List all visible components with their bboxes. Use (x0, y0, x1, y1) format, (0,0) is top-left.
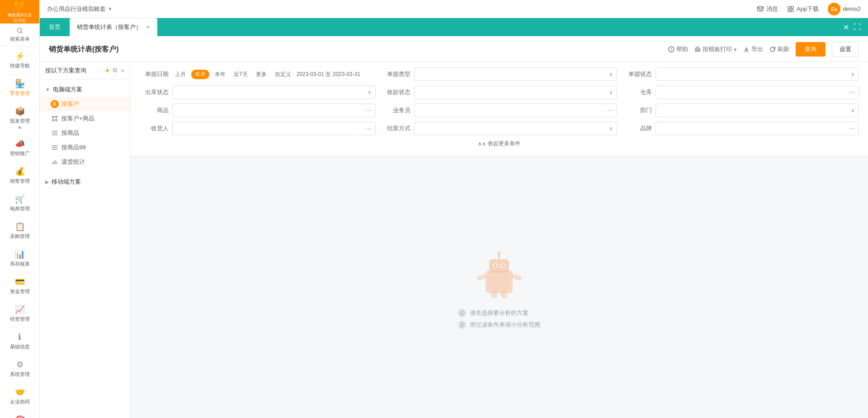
sidebar-item-inventory[interactable]: 📊 库存核算 (0, 245, 39, 272)
svg-rect-26 (488, 273, 510, 291)
sidebar-logo[interactable]: 🧡 畅捷通好生意 标准版 (0, 0, 40, 24)
filter-cell-warehouse: 仓库 ··· (623, 86, 859, 99)
date-tab-7days[interactable]: 近7天 (231, 70, 250, 79)
query-button[interactable]: 查询 (796, 42, 826, 57)
payment-status-chevron: ∨ (609, 89, 613, 95)
date-picker[interactable]: 上月 本月 本年 近7天 更多 自定义 2023-03-01 至 2023-03… (172, 70, 376, 79)
add-scheme-button[interactable]: + (105, 66, 109, 75)
tab-actions: ✕ ⛶ (843, 23, 868, 32)
empty-hint-2: 2 用过滤条件来缩小分析范围 (458, 321, 540, 329)
date-tab-more[interactable]: 更多 (253, 70, 269, 79)
topbar-right: 消息 App下载 Ea demo2 (757, 3, 861, 15)
print-icon (694, 46, 701, 52)
tree-child-by-customer-goods[interactable]: 按客户+商品 (40, 111, 130, 126)
by-goods-99-icon (51, 143, 59, 152)
message-button[interactable]: 消息 (757, 5, 778, 13)
tab-expand-icon[interactable]: ⛶ (854, 23, 861, 31)
svg-rect-2 (758, 7, 763, 11)
user-menu[interactable]: Ea demo2 (828, 3, 861, 15)
sidebar-item-retail[interactable]: 🏪 零售管理 (0, 74, 39, 102)
collapse-label: 收起更多条件 (488, 140, 520, 147)
sidebar-item-ecommerce[interactable]: 🛒 电商管理 (0, 190, 39, 217)
out-status-label: 出库状态 (139, 88, 169, 96)
sidebar-nav: ⚡ 快捷导航 🏪 零售管理 📦 批发管理 ▲ 📣 营销推广 💰 销售管理 🛒 电… (0, 47, 39, 418)
brand-dots: ··· (849, 124, 855, 133)
export-button[interactable]: 导出 (743, 45, 763, 53)
app-download-button[interactable]: App下载 (787, 5, 819, 13)
app-download-label: App下载 (797, 5, 819, 13)
date-tab-last-month[interactable]: 上月 (172, 70, 189, 79)
payment-status-select[interactable]: ∨ (414, 86, 618, 99)
sidebar-item-basic[interactable]: ℹ 基础信息 (0, 328, 39, 355)
sidebar-item-ecommerce-label: 电商管理 (10, 205, 30, 212)
date-tab-this-month[interactable]: 本月 (191, 70, 209, 79)
left-panel-title: 按以下方案查询 (45, 66, 86, 75)
tab-home[interactable]: 首页 (40, 18, 70, 36)
sidebar-item-quick-nav[interactable]: ⚡ 快捷导航 (0, 47, 39, 74)
tree-parent-label-mobile: 移动端方案 (52, 178, 81, 186)
sidebar-item-purchase[interactable]: 📋 采购管理 (0, 217, 39, 245)
sidebar-item-marketing[interactable]: 📣 营销推广 (0, 134, 39, 162)
sidebar-search[interactable]: 搜索菜单 (0, 24, 39, 47)
sidebar-item-system[interactable]: ⚙ 系统管理 (0, 355, 39, 383)
tab-close-all-icon[interactable]: ✕ (843, 23, 849, 32)
tree-child-by-customer[interactable]: 客 按客户 (40, 97, 130, 111)
warehouse-select[interactable]: ··· (656, 86, 859, 99)
sidebar-item-sales[interactable]: 💰 销售管理 (0, 162, 39, 190)
order-status-select[interactable]: ∨ (656, 67, 859, 81)
refresh-icon (769, 46, 776, 52)
collapse-bar[interactable]: ∧∧ 收起更多条件 (139, 137, 859, 150)
svg-rect-22 (53, 161, 54, 164)
tree-child-by-goods-99[interactable]: 按商品99 (40, 140, 130, 155)
svg-rect-17 (52, 134, 57, 135)
recipient-select[interactable]: ··· (172, 122, 376, 135)
tab-sales-stat[interactable]: 销货单统计表（按客户） ✕ (70, 18, 157, 36)
svg-rect-34 (476, 273, 487, 281)
export-icon (743, 46, 750, 52)
sidebar-item-wholesale[interactable]: 📦 批发管理 ▲ (0, 102, 39, 134)
hint-text-1: 请先选择要分析的方案 (470, 309, 528, 317)
content: 销货单统计表(按客户) ? 帮助 按模板打印 ▾ 导出 (40, 36, 868, 418)
svg-rect-19 (52, 147, 57, 148)
sidebar-item-operation[interactable]: 📈 经营管理 (0, 300, 39, 328)
brand-select[interactable]: ··· (656, 122, 859, 135)
user-label: demo2 (843, 5, 861, 12)
sidebar-item-sales-label: 销售管理 (10, 178, 30, 185)
sidebar-item-cooperation[interactable]: 🤝 企业协同 (0, 383, 39, 410)
payment-method-select[interactable]: ∨ (414, 122, 618, 135)
out-status-select[interactable]: ∨ (172, 86, 376, 99)
svg-rect-4 (791, 6, 793, 9)
tree-child-by-goods[interactable]: 按商品 (40, 126, 130, 140)
tree-parent-desktop[interactable]: ▼ 电脑端方案 (40, 82, 130, 97)
sidebar: 🧡 畅捷通好生意 标准版 搜索菜单 ⚡ 快捷导航 🏪 零售管理 📦 批发管理 ▲… (0, 0, 40, 418)
sidebar-item-guide[interactable]: 🎯 新手引导 (0, 410, 39, 418)
print-button[interactable]: 按模板打印 ▾ (694, 45, 737, 53)
tree-section-desktop: ▼ 电脑端方案 客 按客户 按客户+商品 (40, 80, 130, 172)
date-tab-custom[interactable]: 自定义 (272, 70, 294, 79)
order-type-select[interactable]: ∨ (414, 67, 618, 81)
collapse-panel-button[interactable]: « (121, 66, 124, 75)
sidebar-item-finance[interactable]: 💳 资金管理 (0, 272, 39, 300)
tree-child-return-stat[interactable]: 退货统计 (40, 155, 130, 169)
tree-parent-mobile[interactable]: ▶ 移动端方案 (40, 175, 130, 189)
svg-rect-6 (791, 10, 793, 12)
filter-cell-order-type: 单据类型 ∨ (381, 67, 618, 81)
refresh-button[interactable]: 刷新 (769, 45, 789, 53)
department-select[interactable]: ∨ (656, 104, 859, 117)
settings-button[interactable]: 设置 (832, 42, 859, 57)
payment-status-label: 收款状态 (381, 88, 410, 96)
help-button[interactable]: ? 帮助 (668, 45, 688, 53)
filter-cell-order-status: 单据状态 ∨ (623, 67, 859, 81)
date-tab-this-year[interactable]: 本年 (212, 70, 228, 79)
goods-select[interactable]: ··· (172, 104, 376, 117)
goods-dots: ··· (365, 106, 371, 114)
svg-point-31 (502, 264, 504, 266)
settings-scheme-button[interactable]: ⚙ (112, 66, 118, 75)
filter-cell-brand: 品牌 ··· (623, 122, 859, 135)
salesperson-select[interactable]: ··· (414, 104, 618, 117)
tree-parent-label-desktop: 电脑端方案 (53, 86, 82, 94)
industry-selector[interactable]: 办公用品行业模拟账套 ▾ (47, 5, 112, 13)
tab-close-button[interactable]: ✕ (146, 24, 150, 30)
svg-rect-21 (52, 162, 53, 164)
logo-icon: 🧡 (13, 0, 27, 13)
